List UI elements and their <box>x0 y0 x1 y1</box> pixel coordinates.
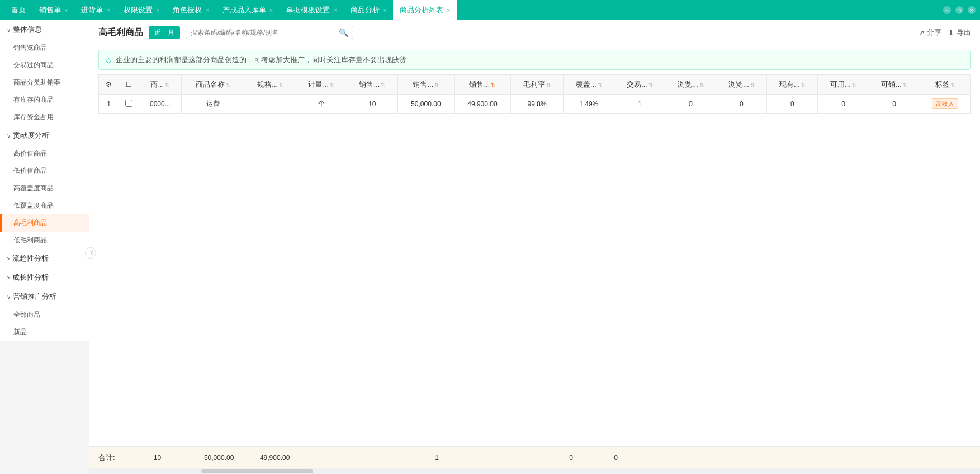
sidebar-item-all-products[interactable]: 全部商品 <box>0 306 89 323</box>
close-button[interactable]: × <box>968 6 976 14</box>
views1-link[interactable]: 0 <box>689 100 693 108</box>
sidebar-section-contribution[interactable]: ∨ 贡献度分析 <box>0 126 89 145</box>
sidebar-collapse-button[interactable]: 《 <box>85 247 96 259</box>
close-analysis-tab[interactable]: × <box>383 7 386 13</box>
export-button[interactable]: ⬇ 导出 <box>948 27 971 37</box>
sidebar-item-traded[interactable]: 交易过的商品 <box>0 57 89 74</box>
nav-item-analysis[interactable]: 商品分析 × <box>344 0 393 20</box>
close-permissions-tab[interactable]: × <box>156 7 159 13</box>
col-gross-margin[interactable]: 毛利率⇅ <box>510 75 563 95</box>
close-analysis-list-tab[interactable]: × <box>447 7 450 13</box>
data-table: ⚙ ☐ 商...⇅ 商品名称⇅ 规格...⇅ 计量...⇅ 销售...⇅ 销售.… <box>98 74 971 114</box>
nav-item-sales[interactable]: 销售单 × <box>32 0 74 20</box>
row-views1[interactable]: 0 <box>665 95 716 114</box>
row-current-stock: 0 <box>767 95 818 114</box>
top-nav-bar: 首页 销售单 × 进货单 × 权限设置 × 角色授权 × 产成品入库单 × 单据… <box>0 0 980 20</box>
col-settings[interactable]: ⚙ <box>99 75 119 95</box>
maximize-button[interactable]: □ <box>955 6 963 14</box>
sidebar-section-growth[interactable]: > 成长性分析 <box>0 268 89 287</box>
page-title: 高毛利商品 <box>98 27 143 39</box>
row-sales-qty: 10 <box>347 95 397 114</box>
nav-item-permissions[interactable]: 权限设置 × <box>117 0 166 20</box>
close-sales-tab[interactable]: × <box>64 7 68 13</box>
sidebar-item-high-margin[interactable]: 高毛利商品 <box>0 214 89 232</box>
table-header-row: ⚙ ☐ 商...⇅ 商品名称⇅ 规格...⇅ 计量...⇅ 销售...⇅ 销售.… <box>99 75 971 95</box>
col-checkbox[interactable]: ☐ <box>119 75 139 95</box>
content-area: 高毛利商品 近一月 🔍 ↗ 分享 ⬇ 导出 ◇ 企业的主要的利润都是这部分商品创… <box>89 20 980 474</box>
col-sellable[interactable]: 可销...⇅ <box>869 75 920 95</box>
col-coverage[interactable]: 覆盖...⇅ <box>564 75 614 95</box>
col-views1[interactable]: 浏览...⇅ <box>665 75 716 95</box>
row-tag: 高收入 <box>920 95 970 114</box>
sidebar-section-overall[interactable]: ∨ 整体信息 <box>0 20 89 39</box>
col-tag[interactable]: 标签⇅ <box>920 75 970 95</box>
search-icon[interactable]: 🔍 <box>339 28 348 37</box>
row-spec <box>245 95 296 114</box>
share-icon: ↗ <box>919 29 925 37</box>
export-icon: ⬇ <box>948 29 954 37</box>
horizontal-scrollbar[interactable] <box>89 468 980 474</box>
search-input[interactable] <box>191 29 339 36</box>
sidebar-item-in-stock[interactable]: 有库存的商品 <box>0 91 89 109</box>
row-name: 运费 <box>181 95 245 114</box>
col-spec[interactable]: 规格...⇅ <box>245 75 296 95</box>
sidebar-item-high-coverage[interactable]: 高覆盖度商品 <box>0 180 89 197</box>
footer-current-stock: 0 <box>549 452 594 464</box>
search-box: 🔍 <box>186 26 353 39</box>
row-checkbox[interactable] <box>119 95 139 114</box>
sidebar-section-marketing[interactable]: ∨ 营销推广分析 <box>0 287 89 306</box>
sidebar-item-high-value[interactable]: 高价值商品 <box>0 145 89 162</box>
sidebar-section-trend[interactable]: > 流趋性分析 <box>0 249 89 268</box>
nav-item-purchase[interactable]: 进货单 × <box>74 0 116 20</box>
close-roles-tab[interactable]: × <box>205 7 209 13</box>
header-actions: ↗ 分享 ⬇ 导出 <box>919 27 971 37</box>
time-filter-button[interactable]: 近一月 <box>149 26 180 39</box>
sidebar: ∨ 整体信息 销售览商品 交易过的商品 商品分类助销率 有库存的商品 库存资金占… <box>0 20 89 341</box>
share-button[interactable]: ↗ 分享 <box>919 27 941 37</box>
footer-sales-amount: 50,000.00 <box>191 452 247 464</box>
close-purchase-tab[interactable]: × <box>106 7 110 13</box>
nav-item-template[interactable]: 单据模板设置 × <box>280 0 343 20</box>
footer-sales-cost: 49,900.00 <box>247 452 303 464</box>
row-code: 0000... <box>139 95 182 114</box>
close-template-tab[interactable]: × <box>333 7 337 13</box>
tag-badge: 高收入 <box>932 98 958 109</box>
footer-available: 0 <box>594 452 638 464</box>
sidebar-item-new-products[interactable]: 新品 <box>0 323 89 341</box>
nav-item-home[interactable]: 首页 <box>4 0 32 20</box>
col-unit[interactable]: 计量...⇅ <box>296 75 347 95</box>
nav-item-roles[interactable]: 角色授权 × <box>166 0 215 20</box>
col-views2[interactable]: 浏览...⇅ <box>716 75 767 95</box>
sidebar-item-category-rate[interactable]: 商品分类助销率 <box>0 74 89 91</box>
arrow-icon-marketing: ∨ <box>7 294 11 300</box>
scrollbar-thumb[interactable] <box>201 469 313 473</box>
col-sales-cost[interactable]: 销售...⇅ <box>454 75 510 95</box>
row-checkbox-input[interactable] <box>125 100 132 107</box>
footer-label: 合计: <box>98 453 115 463</box>
nav-item-warehouse[interactable]: 产成品入库单 × <box>216 0 280 20</box>
col-available[interactable]: 可用...⇅ <box>818 75 869 95</box>
table-wrapper: ⚙ ☐ 商...⇅ 商品名称⇅ 规格...⇅ 计量...⇅ 销售...⇅ 销售.… <box>89 74 980 446</box>
row-coverage: 1.49% <box>564 95 614 114</box>
footer-empty1 <box>303 452 359 464</box>
footer-empty3 <box>460 452 504 464</box>
col-current-stock[interactable]: 现有...⇅ <box>767 75 818 95</box>
sidebar-item-sales-overview[interactable]: 销售览商品 <box>0 39 89 57</box>
sidebar-item-stock-capital[interactable]: 库存资金占用 <box>0 109 89 126</box>
col-code[interactable]: 商...⇅ <box>139 75 182 95</box>
footer-sales-qty: 10 <box>124 452 191 464</box>
sidebar-item-low-margin[interactable]: 低毛利商品 <box>0 232 89 249</box>
col-transactions[interactable]: 交易...⇅ <box>614 75 665 95</box>
minimize-button[interactable]: － <box>943 6 951 14</box>
sidebar-item-low-value[interactable]: 低价值商品 <box>0 162 89 180</box>
row-available: 0 <box>818 95 869 114</box>
row-sales-amount: 50,000.00 <box>397 95 454 114</box>
nav-item-analysis-list[interactable]: 商品分析列表 × <box>393 0 457 20</box>
content-header: 高毛利商品 近一月 🔍 ↗ 分享 ⬇ 导出 <box>89 20 980 45</box>
col-sales-qty[interactable]: 销售...⇅ <box>347 75 397 95</box>
footer-empty4 <box>504 452 549 464</box>
close-warehouse-tab[interactable]: × <box>269 7 273 13</box>
sidebar-item-low-coverage[interactable]: 低覆盖度商品 <box>0 197 89 214</box>
col-name[interactable]: 商品名称⇅ <box>181 75 245 95</box>
col-sales-amount[interactable]: 销售...⇅ <box>397 75 454 95</box>
